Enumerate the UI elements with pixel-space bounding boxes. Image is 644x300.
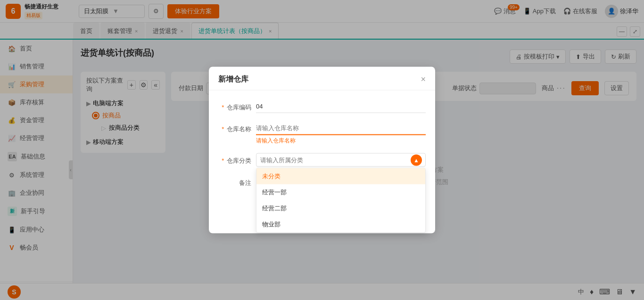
category-arrow-button[interactable]: ▲: [411, 154, 422, 166]
name-error-msg: 请输入仓库名称: [256, 137, 426, 145]
new-warehouse-dialog: 新增仓库 × * 仓库编码 * 仓库名称 请输入仓库名称: [209, 67, 435, 233]
code-input[interactable]: [256, 100, 426, 113]
form-name-row: * 仓库名称 请输入仓库名称: [218, 122, 426, 145]
dropdown-item-dept2[interactable]: 经营二部: [256, 200, 425, 217]
category-dropdown: 未分类 经营一部 经营二部 物业部: [256, 168, 426, 233]
dropdown-item-unclassified[interactable]: 未分类: [256, 168, 425, 184]
dialog-body: * 仓库编码 * 仓库名称 请输入仓库名称 * 仓库分类: [209, 91, 435, 192]
name-label: * 仓库名称: [218, 122, 256, 133]
form-category-row: * 仓库分类 ▲ 未分类 经营一部 经营二部 物业部: [218, 153, 426, 167]
dialog-header: 新增仓库 ×: [209, 67, 435, 91]
dropdown-item-dept1[interactable]: 经营一部: [256, 184, 425, 200]
form-code-row: * 仓库编码: [218, 100, 426, 113]
code-label: * 仓库编码: [218, 100, 256, 112]
dialog-title: 新增仓库: [218, 75, 248, 84]
name-field: 请输入仓库名称: [256, 122, 426, 145]
category-label: * 仓库分类: [218, 153, 256, 165]
name-input[interactable]: [256, 122, 426, 135]
category-field: ▲ 未分类 经营一部 经营二部 物业部: [256, 153, 426, 167]
category-input[interactable]: [256, 153, 426, 167]
notes-label: 备注: [218, 175, 256, 187]
category-input-wrap: ▲ 未分类 经营一部 经营二部 物业部: [256, 153, 426, 167]
dialog-close-button[interactable]: ×: [421, 75, 426, 84]
dropdown-item-dept3[interactable]: 物业部: [256, 217, 425, 233]
code-field: [256, 100, 426, 113]
